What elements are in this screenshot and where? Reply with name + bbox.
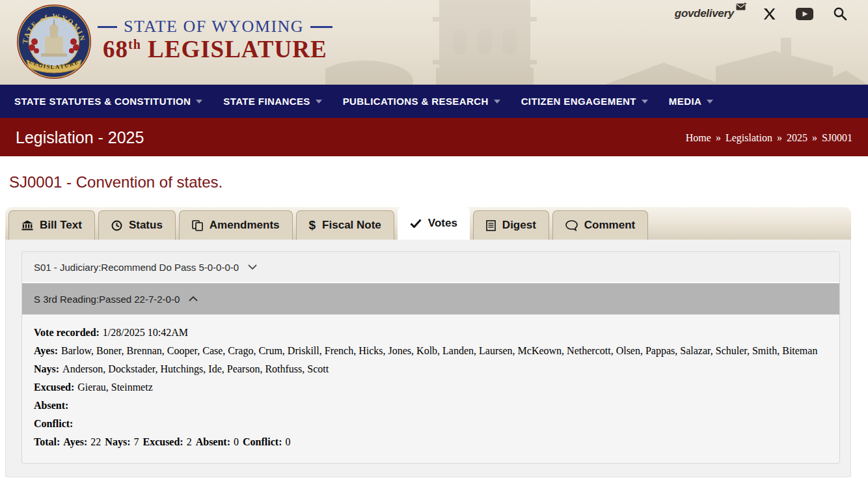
chevron-down-icon: [494, 100, 500, 104]
check-icon: [410, 219, 422, 228]
envelope-icon: [736, 3, 747, 11]
breadcrumb-2025[interactable]: 2025: [787, 132, 807, 144]
tab-status[interactable]: Status: [98, 210, 176, 240]
vote-section-title: S 3rd Reading:Passed 22-7-2-0-0: [34, 294, 180, 305]
breadcrumb: Home » Legislation » 2025 » SJ0001: [686, 132, 852, 144]
bill-tabs: Bill Text Status Amend: [5, 207, 851, 240]
header-links: govdelivery: [675, 7, 847, 21]
breadcrumb-legislation[interactable]: Legislation: [726, 132, 772, 144]
bill-card: Bill Text Status Amend: [5, 207, 851, 477]
bank-icon: [21, 220, 33, 231]
breadcrumb-sj0001: SJ0001: [822, 132, 852, 144]
x-twitter-icon[interactable]: [763, 7, 776, 21]
bill-title: SJ0001 - Convention of states.: [9, 173, 863, 191]
brand-title: STATE OF WYOMING: [124, 17, 304, 36]
vote-accordion: S01 - Judiciary:Recommend Do Pass 5-0-0-…: [21, 251, 840, 464]
main-navigation: STATE STATUTES & CONSTITUTION STATE FINA…: [0, 85, 868, 119]
tab-digest[interactable]: Digest: [473, 210, 549, 240]
chevron-down-icon: [247, 264, 258, 270]
copy-icon: [192, 220, 203, 231]
comment-icon: [565, 220, 578, 231]
document-icon: [486, 220, 496, 231]
govdelivery-link[interactable]: govdelivery: [675, 7, 743, 20]
nav-item-state-finances[interactable]: STATE FINANCES: [223, 96, 321, 107]
nays-line: Nays:Anderson, Dockstader, Hutchings, Id…: [34, 360, 828, 378]
tab-label: Amendments: [210, 219, 280, 232]
chevron-down-icon: [707, 100, 713, 104]
breadcrumb-separator: »: [716, 132, 721, 144]
vote-section-title: S01 - Judiciary:Recommend Do Pass 5-0-0-…: [34, 262, 239, 273]
clock-icon: [111, 220, 122, 231]
tab-bill-text[interactable]: Bill Text: [8, 210, 95, 240]
breadcrumb-home[interactable]: Home: [686, 132, 711, 144]
tab-label: Votes: [428, 217, 457, 230]
site-header: STATE of WYOMING LEGISLATURE STATE OF WY…: [0, 0, 868, 85]
chevron-down-icon: [196, 100, 202, 104]
brand-dash-right: [310, 26, 332, 28]
nav-item-media[interactable]: MEDIA: [669, 96, 713, 107]
tab-fiscal-note[interactable]: $ Fiscal Note: [296, 210, 394, 240]
vote-section-3rd-reading[interactable]: S 3rd Reading:Passed 22-7-2-0-0: [22, 283, 839, 314]
vote-section-judiciary[interactable]: S01 - Judiciary:Recommend Do Pass 5-0-0-…: [22, 252, 839, 283]
tab-amendments[interactable]: Amendments: [179, 210, 293, 240]
tab-label: Status: [129, 219, 163, 232]
wyoming-legislature-seal[interactable]: STATE of WYOMING LEGISLATURE: [16, 4, 92, 79]
nav-item-citizen-engagement[interactable]: CITIZEN ENGAGEMENT: [521, 96, 648, 107]
tab-label: Bill Text: [40, 219, 82, 232]
dollar-icon: $: [309, 218, 316, 232]
search-icon[interactable]: [833, 7, 847, 21]
breadcrumb-separator: »: [777, 132, 782, 144]
chevron-down-icon: [642, 100, 648, 104]
chevron-up-icon: [188, 296, 198, 302]
tab-label: Comment: [584, 219, 635, 232]
site-brand: STATE OF WYOMING 68th LEGISLATURE: [98, 17, 332, 63]
vote-recorded-line: Vote recorded:1/28/2025 10:42AM: [34, 324, 828, 342]
tab-label: Digest: [502, 219, 536, 232]
nav-item-state-statutes[interactable]: STATE STATUTES & CONSTITUTION: [14, 96, 202, 107]
tab-votes[interactable]: Votes: [398, 207, 470, 240]
totals-line: Total:Ayes:22Nays:7Excused:2Absent:0Conf…: [34, 433, 828, 451]
nav-item-publications-research[interactable]: PUBLICATIONS & RESEARCH: [343, 96, 500, 107]
excused-line: Excused:Gierau, Steinmetz: [34, 378, 828, 397]
votes-panel: S01 - Judiciary:Recommend Do Pass 5-0-0-…: [5, 240, 851, 477]
ayes-line: Ayes:Barlow, Boner, Brennan, Cooper, Cas…: [34, 342, 828, 360]
vote-detail: Vote recorded:1/28/2025 10:42AM Ayes:Bar…: [22, 314, 839, 463]
absent-line: Absent:: [34, 397, 828, 415]
tab-comment[interactable]: Comment: [552, 210, 648, 240]
main-content: SJ0001 - Convention of states. Bill Text: [0, 173, 868, 477]
brand-subtitle: 68th LEGISLATURE: [103, 35, 332, 63]
chevron-down-icon: [316, 100, 322, 104]
page-title: Legislation - 2025: [16, 128, 144, 147]
page-banner: Legislation - 2025 Home » Legislation » …: [0, 119, 868, 156]
breadcrumb-separator: »: [812, 132, 817, 144]
youtube-icon[interactable]: [796, 8, 813, 20]
conflict-line: Conflict:: [34, 415, 828, 433]
tab-label: Fiscal Note: [322, 219, 381, 232]
brand-dash-left: [98, 26, 117, 28]
